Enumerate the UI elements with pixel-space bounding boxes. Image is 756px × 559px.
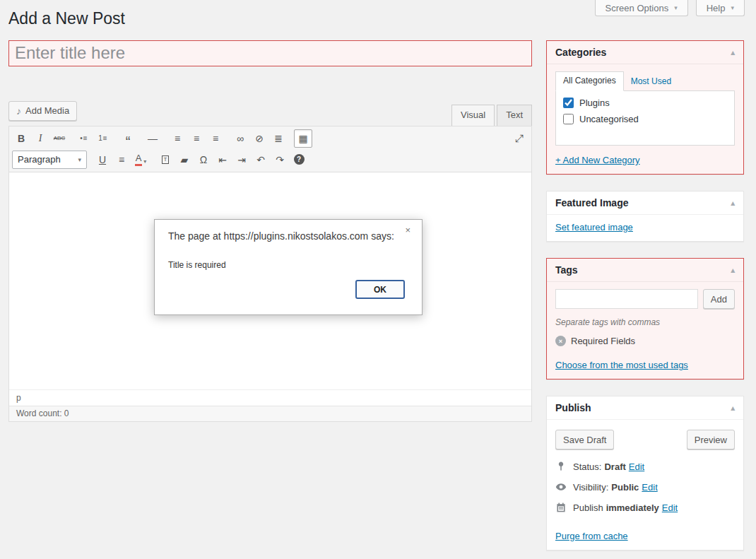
- justify-icon[interactable]: ≡: [112, 151, 131, 169]
- category-label: Plugins: [579, 98, 610, 108]
- featured-image-body: Set featured image: [547, 215, 743, 241]
- status-row: Status:DraftEdit: [555, 461, 735, 472]
- align-right-icon[interactable]: ≡: [206, 129, 225, 148]
- underline-icon[interactable]: U: [93, 151, 112, 169]
- edit-visibility-link[interactable]: Edit: [642, 482, 657, 493]
- edit-status-link[interactable]: Edit: [629, 461, 644, 472]
- set-featured-image-link[interactable]: Set featured image: [555, 222, 633, 233]
- more-tag-icon[interactable]: ≣: [269, 129, 288, 148]
- alert-dialog: × The page at https://plugins.nikostsola…: [154, 219, 423, 315]
- clear-formatting-icon[interactable]: ▰: [175, 151, 194, 169]
- toolbar-row-2: Paragraph U ≡ A T ▰ Ω ⇤ ⇥ ↶: [12, 149, 528, 170]
- post-title-input[interactable]: [8, 40, 532, 66]
- tags-title: Tags: [555, 264, 578, 276]
- toolbar-toggle-icon[interactable]: ▦: [294, 129, 312, 148]
- close-icon[interactable]: ×: [401, 224, 415, 236]
- link-icon[interactable]: ∞: [231, 129, 249, 148]
- category-checkbox-plugins[interactable]: [563, 98, 574, 108]
- publish-label: Publish: [573, 502, 603, 513]
- unlink-icon[interactable]: ⊘: [250, 129, 268, 148]
- fullscreen-icon[interactable]: ⤢: [510, 129, 528, 148]
- bullet-list-icon[interactable]: •≡: [75, 129, 93, 148]
- alert-message: Title is required: [155, 242, 422, 270]
- align-center-icon[interactable]: ≡: [187, 129, 206, 148]
- tab-text[interactable]: Text: [497, 105, 532, 126]
- add-tag-button[interactable]: Add: [703, 289, 735, 309]
- main-column: Add a New Post ♪ Add Media Visual Text B…: [8, 0, 532, 422]
- schedule-row: PublishimmediatelyEdit: [555, 502, 735, 513]
- horizontal-rule-icon[interactable]: —: [143, 129, 162, 148]
- category-label: Uncategorised: [579, 114, 639, 124]
- tab-all-categories[interactable]: All Categories: [555, 71, 624, 91]
- publish-value: immediately: [606, 502, 659, 513]
- visibility-value: Public: [611, 482, 639, 493]
- category-checkbox-uncategorised[interactable]: [563, 114, 574, 124]
- toolbar-separator: [113, 138, 118, 139]
- categories-title: Categories: [555, 47, 606, 58]
- ok-button[interactable]: OK: [355, 280, 405, 299]
- preview-button[interactable]: Preview: [687, 430, 735, 449]
- bold-icon[interactable]: B: [12, 129, 30, 148]
- tags-input[interactable]: [555, 289, 698, 309]
- tab-most-used[interactable]: Most Used: [624, 73, 678, 91]
- editor-mode-tabs: Visual Text: [449, 105, 532, 126]
- editor-path-bar: p: [9, 389, 531, 406]
- tags-header: Tags ▴: [547, 259, 743, 282]
- redo-icon[interactable]: ↷: [271, 151, 289, 169]
- screen-meta-links: Screen Options Help: [595, 0, 745, 16]
- help-icon[interactable]: ?: [290, 151, 308, 169]
- collapse-arrow-icon[interactable]: ▴: [731, 266, 735, 275]
- paste-as-text-icon[interactable]: T: [156, 151, 175, 169]
- status-label: Status:: [573, 461, 601, 472]
- publish-panel: Publish ▴ Save Draft Preview Status:Draf…: [546, 396, 744, 551]
- page: Screen Options Help Add a New Post ♪ Add…: [0, 0, 756, 559]
- editor-tools: ♪ Add Media Visual Text: [8, 101, 532, 126]
- italic-icon[interactable]: I: [31, 129, 49, 148]
- paragraph-select[interactable]: Paragraph: [12, 151, 87, 169]
- collapse-arrow-icon[interactable]: ▴: [731, 48, 735, 57]
- choose-most-used-tags-link[interactable]: Choose from the most used tags: [555, 360, 688, 370]
- categories-body: All Categories Most Used Plugins Uncateg…: [547, 64, 743, 174]
- categories-list[interactable]: Plugins Uncategorised: [555, 90, 735, 146]
- publish-header: Publish ▴: [547, 396, 743, 420]
- sidebar: Categories ▴ All Categories Most Used Pl…: [546, 40, 744, 559]
- collapse-arrow-icon[interactable]: ▴: [731, 199, 735, 208]
- word-count-bar: Word count: 0: [9, 406, 531, 421]
- indent-icon[interactable]: ⇥: [232, 151, 251, 169]
- text-color-letter: A: [135, 153, 143, 165]
- visibility-text: Visibility:PublicEdit: [573, 482, 658, 493]
- paste-as-text-glyph: T: [162, 155, 170, 164]
- editor-toolbar: B I ABC •≡ 1≡ “ — ≡ ≡ ≡ ∞ ⊘: [9, 126, 531, 172]
- align-left-icon[interactable]: ≡: [168, 129, 187, 148]
- save-draft-button[interactable]: Save Draft: [555, 430, 614, 449]
- calendar-icon: [555, 502, 567, 513]
- add-media-button[interactable]: ♪ Add Media: [8, 101, 77, 121]
- list-item: Plugins: [563, 98, 727, 108]
- toolbar-separator: [225, 138, 230, 139]
- edit-schedule-link[interactable]: Edit: [662, 502, 678, 513]
- purge-from-cache-link[interactable]: Purge from cache: [555, 531, 628, 541]
- tag-input-row: Add: [555, 289, 735, 309]
- outdent-icon[interactable]: ⇤: [213, 151, 232, 169]
- alert-actions: OK: [155, 270, 422, 299]
- list-item: Uncategorised: [563, 114, 727, 124]
- help-glyph: ?: [294, 154, 305, 165]
- numbered-list-icon[interactable]: 1≡: [94, 129, 112, 148]
- editor-path: p: [16, 393, 21, 403]
- tags-body: Add Separate tags with commas × Required…: [547, 282, 743, 379]
- screen-options-button[interactable]: Screen Options: [595, 0, 688, 16]
- featured-image-panel: Featured Image ▴ Set featured image: [546, 191, 744, 242]
- alert-title: The page at https://plugins.nikostsolako…: [155, 220, 422, 242]
- undo-icon[interactable]: ↶: [252, 151, 270, 169]
- text-color-icon[interactable]: A: [131, 151, 150, 169]
- add-new-category-link[interactable]: + Add New Category: [555, 155, 640, 165]
- dismiss-icon: ×: [555, 336, 566, 346]
- collapse-arrow-icon[interactable]: ▴: [731, 404, 735, 413]
- special-character-icon[interactable]: Ω: [194, 151, 213, 169]
- tab-visual[interactable]: Visual: [451, 105, 495, 126]
- add-media-label: Add Media: [25, 105, 69, 116]
- help-button[interactable]: Help: [696, 0, 745, 16]
- strikethrough-icon[interactable]: ABC: [50, 129, 69, 148]
- tags-panel: Tags ▴ Add Separate tags with commas × R…: [546, 258, 744, 379]
- blockquote-icon[interactable]: “: [119, 129, 137, 148]
